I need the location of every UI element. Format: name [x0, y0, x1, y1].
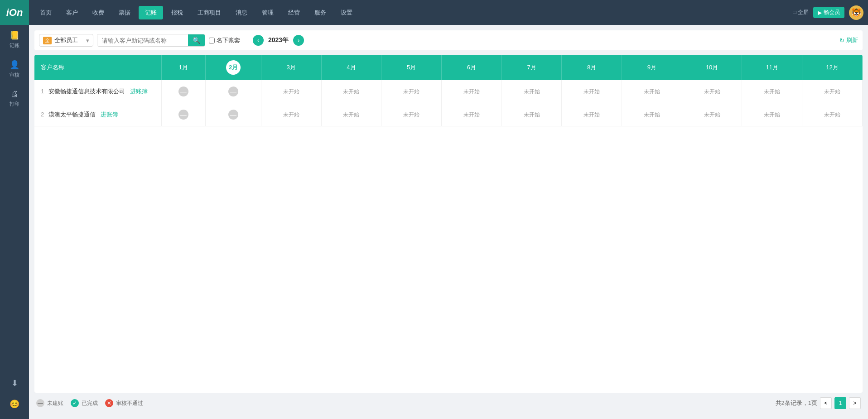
cell-name-1: 2 漠澳太平畅捷通信 进账簿 [34, 103, 161, 126]
not-started-label: 未开始 [283, 111, 299, 118]
audit-icon: 👤 [10, 60, 19, 70]
col-header-dec: 12月 [802, 55, 863, 80]
download-icon: ⬇ [11, 378, 18, 388]
cell-apr-0: 未开始 [321, 80, 381, 103]
sidebar-item-bookkeeping-label: 记账 [10, 42, 19, 49]
vip-button[interactable]: ▶ 畅会员 [813, 7, 844, 18]
cell-oct-1: 未开始 [682, 103, 742, 126]
col-header-feb: 2月 [206, 55, 261, 80]
enter-ledger-link-1[interactable]: 进账簿 [101, 111, 118, 118]
col-header-apr: 4月 [321, 55, 381, 80]
not-started-label: 未开始 [463, 88, 480, 95]
my-accounts-checkbox[interactable] [209, 38, 215, 43]
cell-aug-1: 未开始 [562, 103, 622, 126]
nav-customer[interactable]: 客户 [60, 6, 84, 19]
nav-collection[interactable]: 收费 [86, 6, 111, 19]
legend-not-built: — 未建账 [36, 399, 63, 407]
nav-invoice[interactable]: 票据 [112, 6, 137, 19]
cell-name-0: 1 安徽畅捷通信息技术有限公司 进账簿 [34, 80, 161, 103]
year-nav: ‹ 2023年 › [253, 35, 304, 46]
nav-message[interactable]: 消息 [229, 6, 254, 19]
enter-ledger-link-0[interactable]: 进账簿 [130, 88, 148, 95]
col-header-may: 5月 [381, 55, 442, 80]
not-started-label: 未开始 [463, 111, 480, 118]
cell-nov-1: 未开始 [742, 103, 802, 126]
status-circle: — [228, 110, 238, 120]
completed-label: 已完成 [82, 400, 98, 407]
sidebar-item-audit[interactable]: 👤 审核 [0, 54, 29, 84]
nav-settings[interactable]: 设置 [334, 6, 359, 19]
cell-feb-0: — [206, 80, 261, 103]
cell-dec-1: 未开始 [802, 103, 863, 126]
rejected-dot: ✕ [105, 399, 113, 407]
col-header-aug: 8月 [562, 55, 622, 80]
not-started-label: 未开始 [343, 88, 359, 95]
not-built-label: 未建账 [47, 400, 63, 407]
cell-jan-1: — [161, 103, 206, 126]
not-started-label: 未开始 [824, 111, 840, 118]
app-logo: iOn [0, 0, 29, 25]
nav-business[interactable]: 工商项目 [191, 6, 227, 19]
print-icon: 🖨 [10, 89, 19, 99]
cell-may-1: 未开始 [381, 103, 442, 126]
not-started-label: 未开始 [403, 111, 420, 118]
nav-home[interactable]: 首页 [34, 6, 58, 19]
current-page-button[interactable]: 1 [834, 397, 846, 409]
help-icon: 😊 [10, 399, 19, 409]
sidebar-item-print[interactable]: 🖨 打印 [0, 84, 29, 113]
sidebar-item-bookkeeping[interactable]: 📒 记账 [0, 25, 29, 54]
not-started-label: 未开始 [343, 111, 359, 118]
avatar[interactable]: 🐯 [849, 5, 863, 20]
next-year-button[interactable]: › [293, 35, 304, 46]
nav-manage[interactable]: 管理 [256, 6, 280, 19]
not-started-label: 未开始 [524, 88, 540, 95]
employee-select[interactable]: 全 全部员工 ▾ [39, 34, 93, 47]
total-label: 共2条记录，1页 [776, 399, 817, 407]
footer: — 未建账 ✓ 已完成 ✕ 审核不通过 共2条记录，1页 < 1 > [34, 393, 863, 414]
nav-bookkeeping[interactable]: 记账 [139, 6, 163, 19]
sidebar-item-print-label: 打印 [10, 101, 19, 107]
nav-service[interactable]: 服务 [308, 6, 333, 19]
col-header-jul: 7月 [502, 55, 562, 80]
bookkeeping-icon: 📒 [10, 30, 19, 40]
fullscreen-label[interactable]: □ 全屏 [793, 9, 809, 16]
not-started-label: 未开始 [764, 111, 780, 118]
main-table: 客户名称 1月 2月 3月 4月 5月 6月 7月 8月 9月 10月 11月 [34, 55, 863, 126]
sidebar-item-download[interactable]: ⬇ [0, 373, 29, 394]
search-input[interactable] [97, 35, 188, 46]
col-header-nov: 11月 [742, 55, 802, 80]
not-started-label: 未开始 [764, 88, 780, 95]
not-started-label: 未开始 [644, 88, 660, 95]
pagination: 共2条记录，1页 < 1 > [776, 397, 861, 409]
next-page-button[interactable]: > [849, 397, 861, 409]
col-header-oct: 10月 [682, 55, 742, 80]
cell-jul-1: 未开始 [502, 103, 562, 126]
checkbox-label[interactable]: 名下账套 [209, 36, 240, 44]
prev-page-button[interactable]: < [820, 397, 832, 409]
sidebar-bottom: ⬇ 😊 [0, 373, 29, 419]
cell-mar-1: 未开始 [261, 103, 321, 126]
col-header-jan: 1月 [161, 55, 206, 80]
not-built-dot: — [36, 399, 44, 407]
search-button[interactable]: 🔍 [188, 34, 205, 46]
cell-dec-0: 未开始 [802, 80, 863, 103]
legend-completed: ✓ 已完成 [71, 399, 98, 407]
cell-apr-1: 未开始 [321, 103, 381, 126]
not-started-label: 未开始 [583, 88, 600, 95]
toolbar: 全 全部员工 ▾ 🔍 名下账套 ‹ 2023年 › ↻ 刷新 [34, 30, 863, 50]
nav-tax[interactable]: 报税 [165, 6, 189, 19]
cell-jan-0: — [161, 80, 206, 103]
cell-nov-0: 未开始 [742, 80, 802, 103]
status-circle: — [228, 87, 238, 96]
sidebar-item-help[interactable]: 😊 [0, 394, 29, 414]
status-circle: — [178, 110, 188, 120]
not-started-label: 未开始 [644, 111, 660, 118]
nav-operation[interactable]: 经营 [282, 6, 306, 19]
prev-year-button[interactable]: ‹ [253, 35, 264, 46]
legend-rejected: ✕ 审核不通过 [105, 399, 143, 407]
vip-icon: ▶ [818, 10, 822, 16]
not-started-label: 未开始 [524, 111, 540, 118]
refresh-button[interactable]: ↻ 刷新 [839, 36, 858, 44]
main-content: 首页 客户 收费 票据 记账 报税 工商项目 消息 管理 经营 服务 设置 □ … [29, 0, 868, 419]
cell-mar-0: 未开始 [261, 80, 321, 103]
